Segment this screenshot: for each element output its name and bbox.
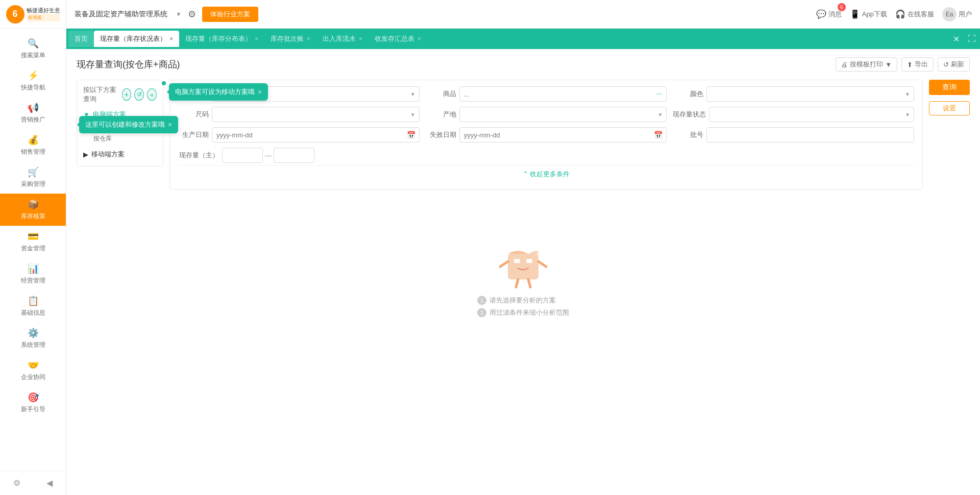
- message-badge: 6: [838, 3, 846, 11]
- sidebar-item-quick[interactable]: ⚡ 快捷导航: [0, 65, 66, 97]
- print-button[interactable]: 🖨 按模板打印 ▼: [836, 57, 897, 72]
- produce-date-start[interactable]: [212, 127, 420, 143]
- stock-status-label: 现存量状态: [673, 110, 706, 119]
- goods-more-icon[interactable]: ⋯: [656, 90, 663, 98]
- refresh-icon: ↺: [943, 61, 949, 68]
- basic-nav-icon: 📋: [28, 295, 39, 307]
- search-button[interactable]: 查询: [929, 80, 970, 95]
- tooltip-2-close[interactable]: ×: [168, 121, 172, 129]
- finance-nav-icon: 💳: [28, 231, 39, 242]
- header-left: 装备及固定资产辅助管理系统 ▼ ⚙ 体验行业方案: [75, 7, 258, 22]
- btn-column: 查询 设置: [929, 80, 970, 115]
- print-label: 按模板打印: [850, 60, 883, 69]
- tab-inventory-status[interactable]: 现存量（库存状况表） ×: [94, 31, 179, 47]
- tooltip-1-close[interactable]: ×: [258, 88, 262, 96]
- filter-produce-date: 生产日期 📅: [178, 127, 420, 143]
- refresh-button[interactable]: ↺ 刷新: [938, 57, 970, 72]
- tab-inventory-status-close[interactable]: ×: [169, 35, 173, 42]
- stock-qty-max[interactable]: [274, 148, 314, 163]
- goods-select-wrap: ⋯: [459, 86, 667, 102]
- add-scheme-button[interactable]: +: [122, 88, 132, 101]
- sidebar-item-operations[interactable]: 📊 经营管理: [0, 258, 66, 290]
- reset-scheme-button[interactable]: ↺: [134, 88, 144, 101]
- sidebar-settings-button[interactable]: ⚙: [11, 476, 22, 490]
- tab-batch-ledger-label: 库存批次账: [271, 34, 304, 43]
- sidebar-item-inventory[interactable]: 📦 库存核算: [0, 194, 66, 226]
- message-button[interactable]: 💬 消息 6: [816, 9, 842, 19]
- produce-date-start-icon[interactable]: 📅: [407, 131, 415, 139]
- empty-illustration: [493, 228, 554, 290]
- support-button[interactable]: 🎧 在线客服: [895, 9, 934, 19]
- goods-input[interactable]: [459, 86, 667, 102]
- tab-batch-ledger[interactable]: 库存批次账 ×: [264, 31, 316, 47]
- setup-button[interactable]: 设置: [929, 101, 970, 115]
- export-button[interactable]: ⬆ 导出: [901, 57, 934, 72]
- sales-nav-icon: 💰: [28, 134, 39, 146]
- scheme-mobile[interactable]: ▶ 移动端方案: [83, 148, 157, 161]
- stock-qty-range: —: [222, 148, 314, 163]
- svg-line-5: [516, 279, 518, 287]
- sidebar-item-search[interactable]: 🔍 搜索菜单: [0, 33, 66, 65]
- color-select[interactable]: [706, 86, 914, 102]
- tab-receive-summary[interactable]: 收发存汇总表 ×: [369, 31, 427, 47]
- sidebar-item-basic[interactable]: 📋 基础信息: [0, 290, 66, 322]
- origin-label: 产地: [426, 110, 456, 119]
- filter-color: 颜色 ▼: [673, 86, 914, 102]
- sidebar-item-sales[interactable]: 💰 销售管理: [0, 129, 66, 161]
- tab-inout-flow-close[interactable]: ×: [359, 35, 362, 42]
- sidebar-item-finance[interactable]: 💳 资金管理: [0, 226, 66, 258]
- trial-button[interactable]: 体验行业方案: [202, 7, 258, 22]
- tab-close-all-button[interactable]: ✕: [951, 32, 962, 46]
- tab-receive-summary-close[interactable]: ×: [418, 35, 421, 42]
- sidebar-item-marketing[interactable]: 📢 营销推广: [0, 97, 66, 129]
- batch-no-input[interactable]: [706, 127, 914, 143]
- empty-tips: 1 请先选择要分析的方案 2 用过滤条件来缩小分析范围: [477, 296, 569, 320]
- size-select[interactable]: [212, 107, 420, 122]
- expire-date-start-icon[interactable]: 📅: [654, 131, 663, 139]
- sidebar-item-purchase[interactable]: 🛒 采购管理: [0, 161, 66, 194]
- stock-qty-min[interactable]: [222, 148, 263, 163]
- tab-inout-flow[interactable]: 出入库流水 ×: [316, 31, 369, 47]
- tip-2-text: 用过滤条件来缩小分析范围: [489, 308, 569, 317]
- sidebar-item-guide[interactable]: 🎯 新手引导: [0, 387, 66, 419]
- collapse-bar[interactable]: ⌃ 收起更多条件: [178, 165, 914, 183]
- filter-goods: 商品 ⋯: [426, 86, 667, 102]
- support-icon: 🎧: [895, 9, 905, 19]
- filter-row-1: 仓库 ... ▼ 商品 ⋯: [178, 86, 914, 102]
- tab-inventory-dist[interactable]: 现存量（库存分布表） ×: [179, 31, 264, 47]
- stock-status-select[interactable]: [709, 107, 914, 122]
- scheme-pc-sub-1[interactable]: 按仓库: [93, 133, 157, 145]
- operations-nav-icon: 📊: [28, 263, 39, 274]
- tab-inventory-dist-close[interactable]: ×: [255, 35, 258, 42]
- expire-date-start[interactable]: [459, 127, 667, 143]
- tab-fullscreen-button[interactable]: ⛶: [966, 32, 978, 45]
- filter-stock-qty: 现存量（主） —: [178, 148, 314, 163]
- page-header: 现存量查询(按仓库+商品) 🖨 按模板打印 ▼ ⬆ 导出 ↺ 刷新: [77, 57, 970, 72]
- size-label: 尺码: [178, 110, 209, 119]
- sidebar-item-collab-label: 企业协同: [21, 373, 45, 382]
- svg-line-4: [538, 262, 546, 267]
- header-right: 💬 消息 6 📱 App下载 🎧 在线客服 Ea 用户: [816, 7, 972, 21]
- app-download-button[interactable]: 📱 App下载: [850, 9, 887, 19]
- sidebar-item-inventory-label: 库存核算: [21, 212, 45, 221]
- print-icon: 🖨: [841, 61, 848, 68]
- tabbar-end: ✕ ⛶: [951, 32, 978, 46]
- header-settings-button[interactable]: ⚙: [188, 9, 196, 20]
- origin-select[interactable]: [459, 107, 667, 122]
- svg-rect-0: [508, 254, 538, 279]
- tip-1-num: 1: [477, 296, 486, 305]
- size-select-wrap: ▼: [212, 107, 420, 122]
- sidebar-item-marketing-label: 营销推广: [21, 115, 45, 124]
- system-title-arrow: ▼: [176, 11, 182, 18]
- tab-batch-ledger-close[interactable]: ×: [307, 35, 310, 42]
- sidebar-item-basic-label: 基础信息: [21, 309, 45, 317]
- user-menu[interactable]: Ea 用户: [942, 7, 972, 21]
- purchase-nav-icon: 🛒: [28, 167, 39, 178]
- sidebar-item-collab[interactable]: 🤝 企业协同: [0, 355, 66, 387]
- tooltip-1-dot: [162, 81, 166, 85]
- sidebar-collapse-button[interactable]: ◀: [44, 476, 55, 490]
- tab-home[interactable]: 首页: [68, 31, 94, 47]
- sidebar-item-system[interactable]: ⚙️ 系统管理: [0, 322, 66, 355]
- page-title: 现存量查询(按仓库+商品): [77, 58, 180, 70]
- back-scheme-button[interactable]: «: [147, 88, 157, 101]
